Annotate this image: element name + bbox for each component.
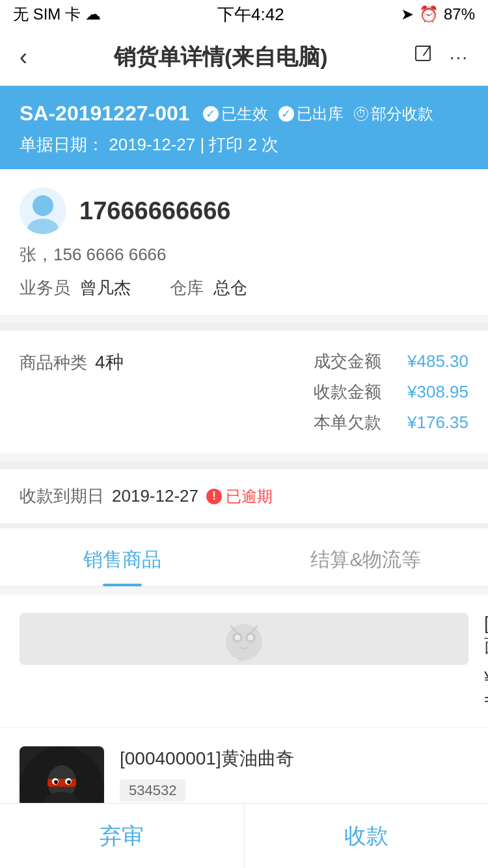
product-name-2: [000400001]黄油曲奇 bbox=[120, 746, 468, 771]
battery: 87% bbox=[444, 5, 475, 23]
tab-settlement[interactable]: 结算&物流等 bbox=[244, 528, 488, 586]
svg-point-15 bbox=[67, 780, 71, 784]
product-info-1: [0000002]面包 ¥40 x 5 袋 = ¥199.99 bbox=[484, 613, 488, 709]
amount-label: 成交金额 bbox=[314, 350, 381, 373]
order-id: SA-20191227-001 bbox=[20, 102, 190, 126]
location-icon: ➤ bbox=[401, 5, 414, 23]
status-shipped: ✓ 已出库 bbox=[278, 103, 344, 124]
tabs: 销售商品 结算&物流等 bbox=[0, 528, 488, 587]
avatar-icon bbox=[20, 187, 66, 234]
divider-1 bbox=[0, 323, 488, 331]
sim-signal: 无 SIM 卡 ☁ bbox=[13, 4, 101, 25]
overdue-badge: ! 已逾期 bbox=[206, 486, 273, 507]
product-type-count: 4种 bbox=[95, 350, 124, 375]
overdue-label: 已逾期 bbox=[226, 486, 273, 507]
product-image-1: 兔+ bbox=[218, 613, 270, 665]
order-date: 单据日期： 2019-12-27 | 打印 2 次 bbox=[20, 133, 468, 156]
debt-value: ¥176.35 bbox=[407, 413, 468, 433]
tab-sales-products[interactable]: 销售商品 bbox=[0, 528, 244, 586]
product-sku-2: 534532 bbox=[120, 780, 185, 802]
customer-sub-info: 张，156 6666 6666 bbox=[20, 243, 468, 266]
status-time: 下午4:42 bbox=[217, 3, 284, 26]
status-badges: ✓ 已生效 ✓ 已出库 ⏱ 部分收款 bbox=[203, 103, 433, 124]
customer-meta: 业务员 曾凡杰 仓库 总仓 bbox=[20, 277, 468, 299]
svg-rect-11 bbox=[47, 779, 76, 787]
due-date-value: 2019-12-27 bbox=[112, 486, 198, 506]
warehouse: 仓库 总仓 bbox=[170, 277, 247, 299]
customer-phone[interactable]: 17666666666 bbox=[79, 197, 230, 225]
sales-person: 业务员 曾凡杰 bbox=[20, 277, 131, 299]
due-date-label: 收款到期日 bbox=[20, 485, 104, 508]
nav-bar: ‹ 销货单详情(来自电脑) ··· bbox=[0, 29, 488, 86]
product-price-1: ¥40 x 5 袋 = ¥199.99 bbox=[484, 666, 488, 709]
amount-value: ¥485.30 bbox=[407, 351, 468, 372]
nav-actions: ··· bbox=[414, 45, 468, 69]
status-left: 无 SIM 卡 ☁ bbox=[13, 4, 101, 25]
svg-point-6 bbox=[235, 635, 240, 640]
product-name-1: [0000002]面包 bbox=[484, 613, 488, 658]
product-type-label: 商品种类 bbox=[20, 351, 87, 374]
cancel-review-button[interactable]: 弃审 bbox=[0, 804, 245, 868]
avatar bbox=[20, 187, 66, 234]
svg-point-1 bbox=[33, 195, 53, 216]
product-item-1: 兔+ [0000002]面包 ¥40 x 5 袋 = ¥199.99 bbox=[0, 595, 488, 728]
product-thumb-1: 兔+ bbox=[20, 613, 468, 665]
due-date-section: 收款到期日 2019-12-27 ! 已逾期 bbox=[0, 469, 488, 528]
svg-point-2 bbox=[27, 219, 59, 234]
order-header: SA-20191227-001 ✓ 已生效 ✓ 已出库 ⏱ 部分收款 单据日期：… bbox=[0, 86, 488, 169]
divider-2 bbox=[0, 461, 488, 469]
collected-value: ¥308.95 bbox=[407, 382, 468, 402]
svg-text:兔+: 兔+ bbox=[237, 656, 248, 663]
svg-point-14 bbox=[54, 780, 58, 784]
check-icon-1: ✓ bbox=[203, 106, 219, 122]
debt-label: 本单欠款 bbox=[314, 411, 381, 434]
financial-summary: 成交金额 ¥485.30 收款金额 ¥308.95 本单欠款 ¥176.35 bbox=[314, 350, 468, 434]
overdue-icon: ! bbox=[206, 489, 222, 504]
status-effective: ✓ 已生效 bbox=[203, 103, 268, 124]
bottom-bar: 弃审 收款 bbox=[0, 803, 488, 868]
customer-section: 17666666666 张，156 6666 6666 业务员 曾凡杰 仓库 总… bbox=[0, 169, 488, 315]
summary-section: 商品种类 4种 成交金额 ¥485.30 收款金额 ¥308.95 本单欠款 ¥… bbox=[0, 331, 488, 454]
share-icon[interactable] bbox=[414, 45, 434, 69]
collected-label: 收款金额 bbox=[314, 381, 381, 403]
check-icon-2: ✓ bbox=[278, 106, 294, 122]
svg-point-7 bbox=[248, 635, 253, 640]
svg-point-3 bbox=[226, 624, 262, 660]
status-right: ➤ ⏰ 87% bbox=[401, 5, 475, 23]
page-title: 销货单详情(来自电脑) bbox=[114, 42, 328, 72]
clock-icon: ⏱ bbox=[354, 107, 368, 121]
more-menu-button[interactable]: ··· bbox=[450, 47, 468, 68]
alarm-icon: ⏰ bbox=[419, 5, 439, 23]
status-partial-payment: ⏱ 部分收款 bbox=[354, 103, 433, 124]
status-bar: 无 SIM 卡 ☁ 下午4:42 ➤ ⏰ 87% bbox=[0, 0, 488, 29]
collect-payment-button[interactable]: 收款 bbox=[245, 804, 489, 868]
back-button[interactable]: ‹ bbox=[20, 44, 27, 71]
